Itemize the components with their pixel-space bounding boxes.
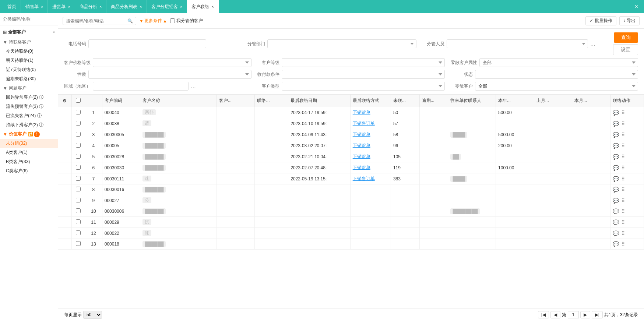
chat-icon[interactable]: 💬 — [613, 241, 619, 247]
batch-op-button[interactable]: ✓ 批量操作 — [585, 16, 616, 25]
apps-icon[interactable]: ⠿ — [621, 143, 625, 149]
apps-icon[interactable]: ⠿ — [621, 219, 625, 225]
more-conditions-button[interactable]: ▼ 更多条件 ▲ — [139, 18, 167, 24]
apps-icon[interactable]: ⠿ — [621, 241, 625, 247]
query-button[interactable]: 查询 — [614, 32, 638, 43]
sidebar-group-pending[interactable]: ▼ 待联络客户 — [0, 38, 58, 47]
my-customers-check[interactable] — [170, 18, 175, 23]
apps-icon[interactable]: ⠿ — [621, 165, 625, 171]
row-checkbox[interactable] — [71, 217, 85, 228]
last-method-link[interactable]: 下销货单 — [353, 165, 370, 170]
sidebar-group-value[interactable]: ▼ 价值客户 🔁 ! — [0, 130, 58, 139]
sidebar-item-tomorrow[interactable]: 明天待联络(1) — [0, 56, 58, 65]
chat-icon[interactable]: 💬 — [613, 198, 619, 204]
row-checkbox[interactable] — [71, 107, 85, 118]
retail-attr-select[interactable]: 全部 — [479, 58, 638, 67]
sidebar-item-churn-risk[interactable]: 流失预警客户(3) ⓘ — [0, 102, 58, 111]
manager-more-icon[interactable]: … — [590, 41, 595, 47]
sidebar-item-unclassified[interactable]: 未分组(32) — [0, 139, 58, 148]
row-check[interactable] — [76, 241, 81, 246]
row-last-method[interactable]: 下销货单 — [350, 107, 391, 118]
sidebar-item-overdue[interactable]: 逾期未联络(30) — [0, 74, 58, 84]
row-last-method[interactable] — [350, 195, 391, 206]
row-check[interactable] — [76, 143, 81, 148]
tab-product-analysis-list[interactable]: 商品分析列表 × — [106, 0, 147, 13]
tab-sales[interactable]: 销售单 × — [21, 0, 48, 13]
apps-icon[interactable]: ⠿ — [621, 187, 625, 193]
chat-icon[interactable]: 💬 — [613, 154, 619, 160]
apps-icon[interactable]: ⠿ — [621, 154, 625, 160]
apps-icon[interactable]: ⠿ — [621, 198, 625, 204]
apps-icon[interactable]: ⠿ — [621, 208, 625, 214]
last-method-link[interactable]: 下销售订单 — [353, 121, 375, 126]
row-check[interactable] — [76, 121, 81, 126]
dept-select[interactable] — [267, 39, 416, 48]
tab-product-analysis[interactable]: 商品分析 × — [75, 0, 106, 13]
row-checkbox[interactable] — [71, 140, 85, 151]
reset-button[interactable]: 设置 — [613, 44, 638, 55]
row-last-method[interactable]: 下销售订单 — [350, 118, 391, 129]
tab-purchase-close[interactable]: × — [68, 4, 70, 9]
apps-icon[interactable]: ⠿ — [621, 121, 625, 127]
row-checkbox[interactable] — [71, 129, 85, 140]
price-level-select[interactable] — [93, 58, 251, 67]
select-all-checkbox[interactable] — [76, 98, 81, 103]
chat-icon[interactable]: 💬 — [613, 110, 619, 116]
tab-customer-contact[interactable]: 客户联络 × — [187, 0, 218, 13]
last-page-button[interactable]: ▶| — [592, 311, 603, 318]
row-last-method[interactable]: 下销货单 — [350, 151, 391, 162]
region-more-icon[interactable]: … — [191, 83, 196, 89]
per-page-select[interactable]: 50 100 200 — [83, 311, 102, 319]
sidebar-item-class-c[interactable]: C类客户(6) — [0, 166, 58, 176]
chat-icon[interactable]: 💬 — [613, 143, 619, 149]
search-icon[interactable]: 🔍 — [127, 18, 133, 24]
row-checkbox[interactable] — [71, 239, 85, 250]
sidebar-group-problem[interactable]: ▼ 问题客户 — [0, 84, 58, 93]
sidebar-item-class-b[interactable]: B类客户(33) — [0, 157, 58, 166]
row-last-method[interactable] — [350, 217, 391, 228]
row-checkbox[interactable] — [71, 206, 85, 217]
apps-icon[interactable]: ⠿ — [621, 230, 625, 236]
row-check[interactable] — [76, 230, 81, 235]
apps-icon[interactable]: ⠿ — [621, 110, 625, 116]
manager-select[interactable] — [447, 39, 588, 48]
sidebar-item-abnormal[interactable]: 回购异常客户(2) ⓘ — [0, 93, 58, 102]
row-last-method[interactable] — [350, 184, 391, 195]
row-last-method[interactable]: 下销货单 — [350, 140, 391, 151]
tab-customer-segment[interactable]: 客户分层经客 × — [147, 0, 187, 13]
last-method-link[interactable]: 下销货单 — [353, 132, 370, 137]
chat-icon[interactable]: 💬 — [613, 208, 619, 214]
row-check[interactable] — [76, 187, 81, 191]
my-customers-checkbox[interactable]: 我分管的客户 — [170, 18, 203, 24]
row-last-method[interactable]: 下销货单 — [350, 162, 391, 173]
col-settings[interactable]: ⚙ — [58, 95, 71, 107]
chat-icon[interactable]: 💬 — [613, 230, 619, 236]
gear-icon[interactable]: ⚙ — [63, 98, 67, 103]
sidebar-item-declining[interactable]: 持续下滑客户(2) ⓘ — [0, 120, 58, 130]
sidebar-search-input[interactable] — [3, 17, 58, 22]
page-input[interactable] — [568, 311, 579, 318]
chat-icon[interactable]: 💬 — [613, 176, 619, 182]
tab-customer-contact-close[interactable]: × — [211, 4, 214, 9]
phone-input[interactable] — [88, 39, 206, 48]
close-all-button[interactable]: × — [632, 3, 641, 10]
cust-type-select[interactable] — [282, 82, 445, 91]
cust-level-select[interactable] — [282, 58, 445, 67]
chat-icon[interactable]: 💬 — [613, 187, 619, 193]
sidebar-item-today[interactable]: 今天待联络(0) — [0, 47, 58, 56]
apps-icon[interactable]: ⠿ — [621, 176, 625, 182]
prev-page-button[interactable]: ◀ — [550, 311, 560, 318]
export-button[interactable]: ↓ 导出 — [619, 16, 640, 25]
tab-sales-close[interactable]: × — [41, 4, 43, 9]
row-check[interactable] — [76, 176, 81, 181]
tab-product-analysis-close[interactable]: × — [99, 4, 102, 9]
last-method-link[interactable]: 下销货单 — [353, 143, 370, 148]
row-check[interactable] — [76, 110, 81, 114]
row-last-method[interactable] — [350, 239, 391, 250]
chat-icon[interactable]: 💬 — [613, 165, 619, 171]
row-checkbox[interactable] — [71, 184, 85, 195]
sidebar-item-class-a[interactable]: A类客户(1) — [0, 148, 58, 157]
chat-icon[interactable]: 💬 — [613, 121, 619, 127]
row-check[interactable] — [76, 165, 81, 170]
row-last-method[interactable] — [350, 228, 391, 239]
